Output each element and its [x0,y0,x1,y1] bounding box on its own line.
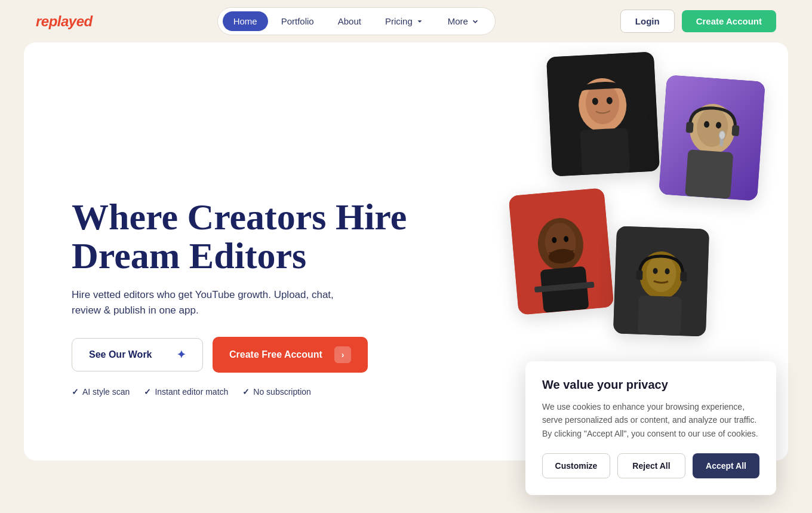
navbar: replayed Home Portfolio About Pricing Mo… [0,0,812,42]
see-our-work-button[interactable]: See Our Work ✦ [72,338,203,371]
hero-buttons: See Our Work ✦ Create Free Account › [72,337,407,373]
cookie-title: We value your privacy [542,378,759,392]
hero-subtitle: Hire vetted editors who get YouTube grow… [72,287,358,318]
check-icon: ✓ [242,387,250,397]
chevron-down-icon [416,17,424,26]
nav-about[interactable]: About [327,11,372,31]
editor-photos [478,42,788,401]
svg-rect-9 [685,149,733,199]
nav-actions: Login Create Account [620,10,776,33]
accept-all-button[interactable]: Accept All [693,453,759,478]
nav-portfolio[interactable]: Portfolio [270,11,325,31]
editor-photo-4 [613,226,709,336]
feature-ai-style: ✓ AI style scan [72,387,130,397]
check-icon: ✓ [144,387,151,397]
customize-button[interactable]: Customize [542,453,610,478]
chevron-down-icon [471,17,479,26]
hero-content: Where Creators Hire Dream Editors Hire v… [72,78,407,397]
editor-avatar-3 [509,188,614,315]
editor-photo-3 [509,188,614,315]
hero-title: Where Creators Hire Dream Editors [72,198,407,275]
svg-rect-2 [580,128,630,175]
svg-rect-14 [731,125,739,136]
reject-all-button[interactable]: Reject All [617,453,685,478]
nav-more[interactable]: More [437,11,490,31]
cookie-text: We use cookies to enhance your browsing … [542,400,759,440]
create-account-button[interactable]: Create Account [682,10,776,32]
nav-links-container: Home Portfolio About Pricing More [217,7,496,35]
svg-rect-31 [636,271,643,280]
arrow-right-icon: › [334,346,351,363]
nav-pricing[interactable]: Pricing [374,11,435,31]
editor-avatar-1 [546,51,660,176]
editor-avatar-2 [659,75,765,201]
login-button[interactable]: Login [620,10,675,33]
cookie-buttons: Customize Reject All Accept All [542,453,759,478]
svg-rect-13 [686,122,694,133]
nav-home[interactable]: Home [223,11,268,31]
cookie-consent-modal: We value your privacy We use cookies to … [525,361,776,495]
svg-rect-27 [638,296,682,336]
svg-rect-32 [680,272,687,281]
feature-editor-match: ✓ Instant editor match [144,387,228,397]
editor-photo-2 [659,75,765,201]
editor-photo-1 [546,51,660,176]
sparkle-icon: ✦ [177,348,186,361]
feature-badges: ✓ AI style scan ✓ Instant editor match ✓… [72,387,407,397]
feature-no-subscription: ✓ No subscription [242,387,311,397]
svg-point-16 [719,131,725,140]
check-icon: ✓ [72,387,79,397]
create-free-account-button[interactable]: Create Free Account › [213,337,368,373]
brand-logo[interactable]: replayed [36,13,93,30]
editor-avatar-4 [613,226,709,336]
